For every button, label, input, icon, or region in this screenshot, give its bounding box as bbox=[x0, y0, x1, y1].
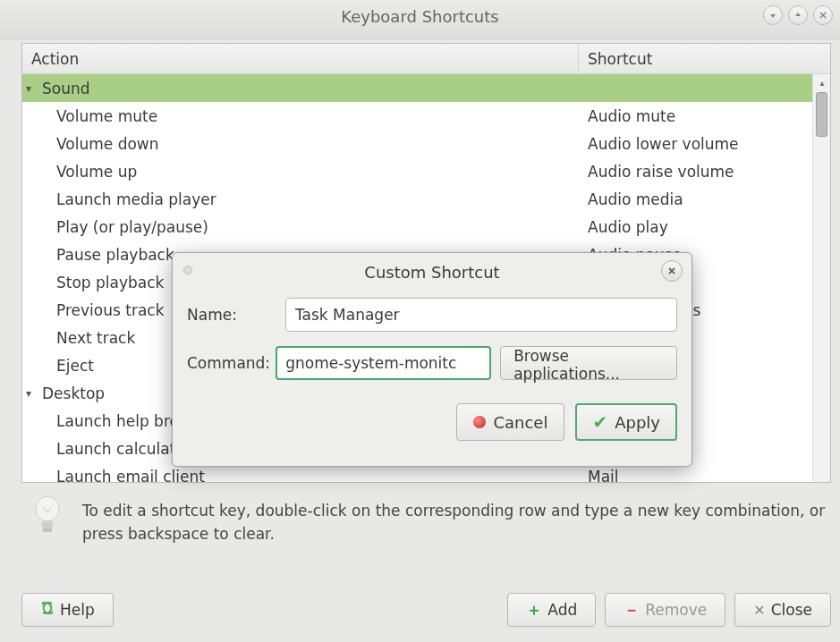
close-button-label: Close bbox=[771, 601, 812, 619]
column-header-action[interactable]: Action bbox=[22, 44, 579, 73]
category-row[interactable]: ▾Sound bbox=[22, 74, 812, 102]
maximize-icon[interactable] bbox=[788, 5, 808, 25]
cancel-icon bbox=[473, 416, 486, 428]
dialog-body: Name: Command: Browse applications... bbox=[173, 292, 692, 403]
dialog-indicator-icon bbox=[183, 266, 192, 275]
keyboard-shortcuts-window: Keyboard Shortcuts Action Shortcut ▾Soun… bbox=[0, 0, 840, 642]
name-input[interactable] bbox=[285, 298, 677, 332]
remove-button: － Remove bbox=[605, 593, 725, 627]
category-label: Sound bbox=[42, 80, 90, 97]
action-cell: Launch email client bbox=[22, 468, 579, 483]
close-icon[interactable] bbox=[813, 5, 833, 25]
add-button-label: Add bbox=[547, 601, 577, 619]
shortcut-row[interactable]: Volume downAudio lower volume bbox=[22, 130, 812, 157]
minus-icon: － bbox=[624, 599, 640, 621]
shortcut-row[interactable]: Volume muteAudio mute bbox=[22, 102, 812, 130]
action-cell: Launch media player bbox=[22, 190, 579, 208]
command-input[interactable] bbox=[276, 346, 491, 380]
close-button[interactable]: ✕ Close bbox=[734, 593, 831, 627]
command-label: Command: bbox=[187, 354, 276, 372]
dialog-close-icon[interactable] bbox=[661, 260, 683, 282]
shortcut-cell: Audio lower volume bbox=[579, 135, 812, 153]
shortcut-row[interactable]: Play (or play/pause)Audio play bbox=[22, 213, 812, 241]
titlebar: Keyboard Shortcuts bbox=[0, 0, 840, 39]
dialog-titlebar: Custom Shortcut bbox=[173, 253, 692, 292]
expander-icon[interactable]: ▾ bbox=[26, 82, 42, 95]
close-x-icon: ✕ bbox=[753, 602, 765, 619]
column-header-shortcut[interactable]: Shortcut bbox=[579, 44, 830, 73]
browse-button-label: Browse applications... bbox=[513, 347, 620, 383]
action-cell: Volume mute bbox=[22, 107, 579, 125]
dialog-title: Custom Shortcut bbox=[173, 253, 692, 292]
lightbulb-icon bbox=[30, 494, 64, 545]
apply-icon: ✔ bbox=[592, 411, 607, 433]
help-button[interactable]: Help bbox=[21, 593, 114, 627]
svg-rect-1 bbox=[42, 521, 53, 528]
shortcut-cell: Audio raise volume bbox=[579, 163, 812, 181]
shortcut-cell: Audio play bbox=[579, 218, 812, 236]
expander-icon[interactable]: ▾ bbox=[26, 387, 42, 400]
scrollbar[interactable]: ▴ bbox=[812, 74, 830, 482]
button-bar: Help ＋ Add － Remove ✕ Close bbox=[21, 590, 831, 629]
shortcut-cell: Mail bbox=[579, 468, 812, 483]
window-controls bbox=[763, 5, 833, 25]
svg-point-0 bbox=[36, 496, 59, 521]
browse-applications-button[interactable]: Browse applications... bbox=[500, 346, 677, 380]
shortcut-row[interactable]: Volume upAudio raise volume bbox=[22, 157, 812, 185]
add-button[interactable]: ＋ Add bbox=[507, 593, 596, 627]
scroll-up-icon[interactable]: ▴ bbox=[813, 74, 831, 90]
apply-button-label: Apply bbox=[615, 413, 660, 432]
cancel-button[interactable]: Cancel bbox=[456, 403, 564, 441]
hint-text: To edit a shortcut key, double-click on … bbox=[82, 494, 831, 545]
svg-rect-2 bbox=[43, 528, 52, 532]
name-label: Name: bbox=[187, 306, 285, 324]
custom-shortcut-dialog: Custom Shortcut Name: Command: Browse ap… bbox=[172, 252, 692, 467]
category-label: Desktop bbox=[42, 384, 105, 402]
dialog-footer: Cancel ✔ Apply bbox=[173, 403, 692, 441]
hint-area: To edit a shortcut key, double-click on … bbox=[21, 494, 831, 553]
window-title: Keyboard Shortcuts bbox=[0, 0, 840, 34]
apply-button[interactable]: ✔ Apply bbox=[575, 403, 677, 441]
action-cell: Volume down bbox=[22, 135, 579, 153]
remove-button-label: Remove bbox=[645, 601, 707, 619]
table-header: Action Shortcut bbox=[22, 44, 830, 74]
plus-icon: ＋ bbox=[526, 599, 542, 621]
action-cell: Volume up bbox=[22, 163, 579, 181]
scrollbar-thumb[interactable] bbox=[816, 92, 827, 137]
action-cell: Play (or play/pause) bbox=[22, 218, 579, 236]
help-icon bbox=[40, 601, 55, 619]
help-button-label: Help bbox=[60, 601, 95, 619]
shortcut-cell: Audio media bbox=[579, 190, 812, 208]
minimize-icon[interactable] bbox=[763, 5, 783, 25]
shortcut-cell: Audio mute bbox=[579, 107, 812, 125]
shortcut-row[interactable]: Launch media playerAudio media bbox=[22, 185, 812, 213]
cancel-button-label: Cancel bbox=[493, 413, 547, 432]
